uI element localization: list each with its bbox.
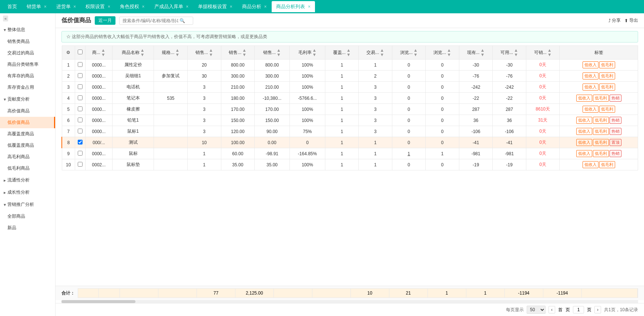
cell-code: 000/...: [85, 137, 113, 148]
col-gross-margin[interactable]: 毛利率▲▼: [289, 46, 325, 60]
sidebar-item-high-margin[interactable]: 高毛利商品: [0, 151, 55, 163]
col-spec[interactable]: 规格...▲▼: [154, 46, 188, 60]
cell-browse2: 0: [426, 137, 459, 148]
cell-spec: [154, 104, 188, 115]
sidebar-group-contribution[interactable]: ▾ 贡献度分析: [0, 93, 55, 105]
cell-browse1[interactable]: 1: [392, 148, 425, 159]
group-arrow-overall: ▾: [4, 27, 6, 33]
cell-spec: [154, 148, 188, 159]
row-checkbox[interactable]: [78, 162, 83, 167]
sidebar-group-circulation[interactable]: ▸ 流通性分析: [0, 174, 55, 186]
sidebar-item-low-margin[interactable]: 低毛利商品: [0, 163, 55, 174]
sidebar-group-overall-label: 整体信息: [7, 27, 25, 33]
tag-badge: 低收入: [576, 95, 592, 102]
col-current-stock[interactable]: 现有...▲▼: [459, 46, 492, 60]
next-page-button[interactable]: ›: [594, 306, 601, 313]
cell-tags: 低收入低毛利热销: [560, 93, 638, 104]
col-code[interactable]: 商...▲▼: [85, 46, 113, 60]
nav-home[interactable]: 首页: [3, 1, 21, 12]
sidebar-group-growth[interactable]: ▸ 成长性分析: [0, 186, 55, 198]
col-transaction[interactable]: 交易...▲▼: [359, 46, 392, 60]
row-checkbox[interactable]: [78, 140, 83, 145]
row-checkbox[interactable]: [78, 118, 83, 122]
page-size-select[interactable]: 50 100 200: [527, 306, 546, 314]
cell-checkbox[interactable]: [75, 71, 85, 82]
col-sale-amount[interactable]: 销售...▲▼: [221, 46, 254, 60]
col-coverage[interactable]: 覆盖...▲▼: [325, 46, 358, 60]
nav-sales[interactable]: 销货单 ×: [22, 1, 51, 12]
row-checkbox[interactable]: [78, 151, 83, 156]
nav-templates[interactable]: 单据模板设置 ×: [194, 1, 237, 12]
table-container[interactable]: ⚙ 商...▲▼ 商品名称▲▼ 规格...▲▼ 销售...▲▼ 销售...▲▼ …: [56, 45, 644, 286]
tag-badge: 低毛利: [599, 106, 615, 113]
row-checkbox[interactable]: [78, 73, 83, 78]
sidebar-item-category-sales[interactable]: 商品分类销售率: [0, 59, 55, 70]
horizontal-scrollbar[interactable]: [61, 300, 638, 303]
cell-checkbox[interactable]: [75, 137, 85, 148]
nav-products[interactable]: 产成品入库单 ×: [150, 1, 193, 12]
select-all-checkbox[interactable]: [78, 50, 83, 54]
col-browse1[interactable]: 浏览...▲▼: [392, 46, 425, 60]
first-page-button[interactable]: ‹: [549, 306, 555, 313]
cell-sale-other: 170.00: [255, 104, 290, 115]
sidebar-collapse-btn[interactable]: «: [3, 16, 8, 21]
date-filter-button[interactable]: 近一月: [95, 16, 115, 25]
tag-badge: 低收入: [583, 161, 598, 168]
sidebar-group-overall[interactable]: ▾ 整体信息: [0, 24, 55, 36]
scrollbar-thumb[interactable]: [61, 300, 135, 303]
settings-icon[interactable]: ⚙: [66, 50, 70, 55]
sidebar-item-low-value[interactable]: 低价值商品: [0, 117, 55, 128]
cell-index: 1: [62, 60, 75, 71]
nav-goods-analysis-list[interactable]: 商品分析列表 ×: [272, 1, 315, 12]
cell-code: 0000...: [85, 115, 113, 126]
sidebar-item-stocked-goods[interactable]: 有库存的商品: [0, 70, 55, 82]
tag-badge: 低收入: [576, 150, 592, 157]
sidebar-item-low-coverage[interactable]: 低覆盖度商品: [0, 140, 55, 151]
sidebar-item-sales-goods[interactable]: 销售类商品: [0, 36, 55, 47]
nav-roles[interactable]: 角色授权 ×: [115, 1, 149, 12]
col-saleable[interactable]: 可销...▲▼: [526, 46, 559, 60]
row-checkbox[interactable]: [78, 84, 83, 89]
cell-checkbox[interactable]: [75, 148, 85, 159]
cell-sale-qty: 3: [188, 93, 221, 104]
col-sale-other[interactable]: 销售...▲▼: [255, 46, 290, 60]
cell-tags: 低收入低毛利: [560, 82, 638, 93]
tag-badge: 低收入: [576, 117, 592, 124]
share-button[interactable]: ⤴ 分享: [608, 17, 621, 24]
cell-checkbox[interactable]: [75, 93, 85, 104]
search-input[interactable]: [123, 18, 178, 23]
row-checkbox[interactable]: [78, 95, 83, 100]
nav-permissions[interactable]: 权限设置 ×: [81, 1, 115, 12]
col-settings[interactable]: ⚙: [62, 46, 75, 60]
sidebar-item-new-goods[interactable]: 新品: [0, 222, 55, 234]
col-browse2[interactable]: 浏览...▲▼: [426, 46, 459, 60]
row-checkbox[interactable]: [78, 62, 83, 67]
search-icon[interactable]: 🔍: [180, 18, 185, 23]
row-checkbox[interactable]: [78, 106, 83, 111]
sidebar-item-all-goods[interactable]: 全部商品: [0, 211, 55, 222]
page-number-input[interactable]: [573, 306, 584, 313]
row-checkbox[interactable]: [78, 129, 83, 133]
cell-spec: [154, 115, 188, 126]
sidebar-item-traded-goods[interactable]: 交易过的商品: [0, 47, 55, 59]
col-name[interactable]: 商品名称▲▼: [112, 46, 154, 60]
nav-purchase[interactable]: 进货单 ×: [52, 1, 81, 12]
sidebar-item-inventory-funds[interactable]: 库存资金占用: [0, 82, 55, 93]
col-sale-qty[interactable]: 销售...▲▼: [188, 46, 221, 60]
cell-checkbox[interactable]: [75, 82, 85, 93]
export-button[interactable]: ⬆ 导出: [624, 17, 638, 24]
tag-badge: 热销: [610, 150, 621, 157]
cell-checkbox[interactable]: [75, 60, 85, 71]
cell-checkbox[interactable]: [75, 159, 85, 170]
cell-gross-margin: 75%: [289, 126, 325, 137]
cell-checkbox[interactable]: [75, 126, 85, 137]
col-available[interactable]: 可用...▲▼: [493, 46, 526, 60]
nav-goods-analysis[interactable]: 商品分析 ×: [238, 1, 271, 12]
cell-checkbox[interactable]: [75, 104, 85, 115]
cell-checkbox[interactable]: [75, 115, 85, 126]
sidebar-item-high-value[interactable]: 高价值商品: [0, 105, 55, 117]
sidebar-group-marketing[interactable]: ▾ 营销推广分析: [0, 198, 55, 211]
sidebar-item-high-coverage[interactable]: 高覆盖度商品: [0, 128, 55, 140]
cell-spec: [154, 159, 188, 170]
tag-badge: 低收入: [576, 128, 592, 135]
